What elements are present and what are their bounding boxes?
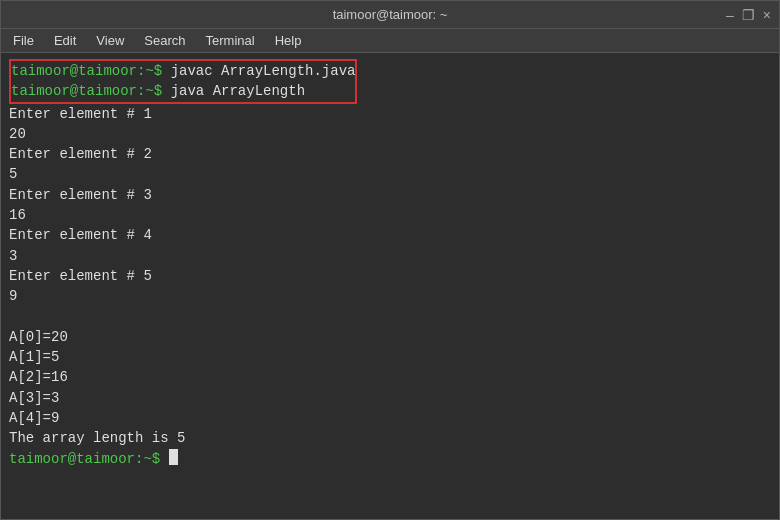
output-line-3: Enter element # 2 [9, 144, 771, 164]
menu-search[interactable]: Search [136, 31, 193, 50]
terminal-window: taimoor@taimoor: ~ – ❐ × File Edit View … [0, 0, 780, 520]
menu-terminal[interactable]: Terminal [198, 31, 263, 50]
menu-view[interactable]: View [88, 31, 132, 50]
window-controls: – ❐ × [726, 8, 771, 22]
output-line-a3: A[3]=3 [9, 388, 771, 408]
menu-file[interactable]: File [5, 31, 42, 50]
prompt-1: taimoor@taimoor:~$ [11, 61, 171, 81]
command-text-1: javac ArrayLength.java [171, 61, 356, 81]
terminal-body[interactable]: taimoor@taimoor:~$ javac ArrayLength.jav… [1, 53, 779, 519]
output-line-10: 9 [9, 286, 771, 306]
menu-bar: File Edit View Search Terminal Help [1, 29, 779, 53]
output-line-2: 20 [9, 124, 771, 144]
maximize-button[interactable]: ❐ [742, 8, 755, 22]
final-prompt-line: taimoor@taimoor:~$ [9, 449, 771, 469]
output-line-1: Enter element # 1 [9, 104, 771, 124]
output-line-length: The array length is 5 [9, 428, 771, 448]
prompt-2: taimoor@taimoor:~$ [11, 81, 171, 101]
output-line-a0: A[0]=20 [9, 327, 771, 347]
output-line-a2: A[2]=16 [9, 367, 771, 387]
title-bar: taimoor@taimoor: ~ – ❐ × [1, 1, 779, 29]
menu-edit[interactable]: Edit [46, 31, 84, 50]
window-title: taimoor@taimoor: ~ [333, 7, 448, 22]
output-line-9: Enter element # 5 [9, 266, 771, 286]
highlighted-commands: taimoor@taimoor:~$ javac ArrayLength.jav… [9, 59, 357, 104]
command-text-2: java ArrayLength [171, 81, 305, 101]
output-line-6: 16 [9, 205, 771, 225]
output-line-5: Enter element # 3 [9, 185, 771, 205]
command-line-2: taimoor@taimoor:~$ java ArrayLength [11, 81, 355, 101]
close-button[interactable]: × [763, 8, 771, 22]
output-line-8: 3 [9, 246, 771, 266]
cursor [169, 449, 178, 465]
menu-help[interactable]: Help [267, 31, 310, 50]
output-line-blank [9, 307, 771, 327]
output-line-4: 5 [9, 164, 771, 184]
output-line-a4: A[4]=9 [9, 408, 771, 428]
final-prompt: taimoor@taimoor:~$ [9, 449, 169, 469]
command-line-1: taimoor@taimoor:~$ javac ArrayLength.jav… [11, 61, 355, 81]
output-line-a1: A[1]=5 [9, 347, 771, 367]
output-line-7: Enter element # 4 [9, 225, 771, 245]
minimize-button[interactable]: – [726, 8, 734, 22]
